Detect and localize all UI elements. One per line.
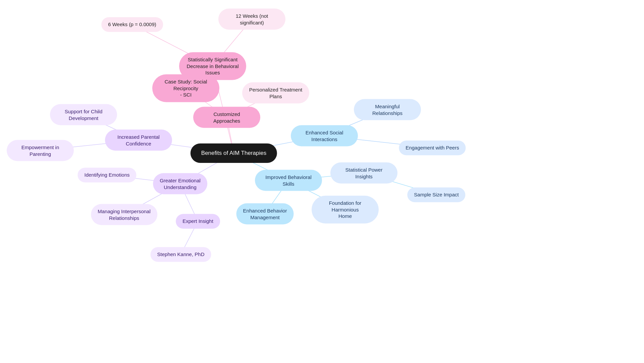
node-customizedApproaches: Customized Approaches <box>193 107 260 128</box>
node-identifyingEmotions: Identifying Emotions <box>77 168 136 182</box>
node-stephenKanne: Stephen Kanne, PhD <box>151 247 211 262</box>
node-sampleSize: Sample Size Impact <box>407 187 465 202</box>
node-twelveWeeks: 12 Weeks (not significant) <box>218 9 285 30</box>
node-personalizedTreatment: Personalized Treatment Plans <box>242 82 309 104</box>
node-caseStudy: Case Study: Social Reciprocity - SCI <box>152 74 219 102</box>
node-enhancedBehavior: Enhanced Behavior Management <box>236 203 294 225</box>
node-center: Benefits of AIM Therapies <box>191 143 277 163</box>
node-improvedBehavioral: Improved Behavioral Skills <box>255 170 322 191</box>
mind-map-container: Benefits of AIM TherapiesStatistically S… <box>0 0 644 363</box>
node-empowerment: Empowerment in Parenting <box>7 140 74 161</box>
node-enhancedSocial: Enhanced Social Interactions <box>291 125 358 146</box>
node-engagementPeers: Engagement with Peers <box>399 140 466 155</box>
node-increasedConfidence: Increased Parental Confidence <box>105 130 172 151</box>
node-expertInsight: Expert Insight <box>176 214 220 229</box>
node-managingInterpersonal: Managing Interpersonal Relationships <box>91 204 157 225</box>
node-supportChildDev: Support for Child Development <box>50 104 117 125</box>
node-foundationHarmonious: Foundation for Harmonious Home <box>312 196 379 224</box>
node-sixWeeks: 6 Weeks (p = 0.0009) <box>101 17 163 32</box>
node-meaningfulRelationships: Meaningful Relationships <box>354 99 421 120</box>
node-statisticalPower: Statistical Power Insights <box>330 163 397 184</box>
node-greaterEmotional: Greater Emotional Understanding <box>153 173 207 194</box>
